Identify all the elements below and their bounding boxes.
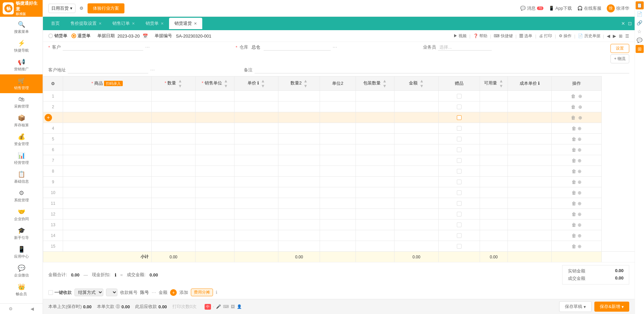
add-row-btn[interactable]: + xyxy=(45,114,52,121)
sidebar-item-enterprise[interactable]: 🤝 企业协同 xyxy=(0,205,43,224)
customer-input[interactable] xyxy=(63,44,143,51)
price-cell-3[interactable] xyxy=(234,112,278,123)
unit-cell-2[interactable] xyxy=(196,102,234,112)
sidebar-item-system[interactable]: ⚙ 系统管理 xyxy=(0,187,43,205)
gift-checkbox-10[interactable] xyxy=(457,190,462,195)
gift-checkbox-4[interactable] xyxy=(457,126,462,131)
calendar-icon[interactable]: 📅 xyxy=(143,34,148,39)
product-cell-2[interactable] xyxy=(63,102,151,112)
add-payment-btn[interactable]: + xyxy=(170,289,177,296)
save-new-btn[interactable]: 保存&新增 ▾ xyxy=(594,302,629,312)
delete-row-2-btn[interactable]: 🗑 xyxy=(570,104,576,110)
view-next-btn[interactable]: ▶ xyxy=(613,34,616,39)
address-input[interactable] xyxy=(68,67,148,73)
copy-row-8-btn[interactable]: ⊕ xyxy=(577,168,582,175)
warehouse-input[interactable] xyxy=(264,44,331,51)
product-cell-3[interactable] xyxy=(63,112,151,123)
sidebar-item-basics[interactable]: 📋 基础信息 xyxy=(0,168,43,187)
calc-method-select[interactable]: 结算方式 xyxy=(74,289,103,296)
right-icon-chat[interactable]: 💬 xyxy=(636,36,644,44)
tab-sale-price[interactable]: 售价提取设置 ✕ xyxy=(65,18,107,29)
unit-cell-1[interactable] xyxy=(196,91,234,102)
account-select-btn[interactable]: ··· xyxy=(152,290,156,296)
sidebar-item-apps[interactable]: 📱 应用中心 xyxy=(0,243,43,262)
copy-row-2-btn[interactable]: ⊕ xyxy=(578,104,583,110)
user-profile-btn[interactable]: 徐 徐泽华 xyxy=(607,4,629,12)
radio-return[interactable]: 退货单 xyxy=(71,33,91,39)
view-grid-btn[interactable]: ⊞ xyxy=(619,34,623,39)
delete-row-3-btn[interactable]: 🗑 xyxy=(570,114,576,121)
copy-row-7-btn[interactable]: ⊕ xyxy=(577,157,582,164)
sidebar-collapse-btn[interactable]: ◀ xyxy=(31,306,34,311)
view-prev-btn[interactable]: ◀ xyxy=(607,34,610,39)
gift-checkbox-7[interactable] xyxy=(457,158,462,163)
gift-cell-1[interactable] xyxy=(438,91,480,102)
tab-close-all-btn[interactable]: ✕ xyxy=(621,21,625,26)
sidebar-item-sales[interactable]: 🛒 销售管理 xyxy=(0,74,43,93)
gift-checkbox-3[interactable] xyxy=(457,115,462,120)
unit-cell-3[interactable] xyxy=(196,112,234,123)
tab-sale-price-close[interactable]: ✕ xyxy=(99,21,102,26)
sidebar-item-guide[interactable]: 🎓 新手引导 xyxy=(0,224,43,243)
copy-row-6-btn[interactable]: ⊕ xyxy=(577,146,582,153)
th-pkg-sort[interactable]: ▲▼ xyxy=(382,78,387,88)
gift-checkbox-14[interactable] xyxy=(457,233,462,238)
amount-cell-3[interactable] xyxy=(394,112,439,123)
customer-select-btn[interactable]: ··· xyxy=(145,44,150,50)
tab-sale-order-close[interactable]: ✕ xyxy=(132,21,135,26)
price-cell-2[interactable] xyxy=(234,102,278,112)
copy-row-11-btn[interactable]: ⊕ xyxy=(577,200,582,207)
delete-row-6-btn[interactable]: 🗑 xyxy=(571,146,577,153)
right-icon-note[interactable]: 📋 xyxy=(636,1,644,9)
right-icon-grid[interactable]: ⊞ xyxy=(636,45,644,53)
pkg-cell-1[interactable] xyxy=(356,91,394,102)
sidebar-item-wechat[interactable]: 💬 企业微信 xyxy=(0,262,43,280)
amount-cell-1[interactable] xyxy=(394,91,439,102)
sidebar-item-inventory[interactable]: 📦 库存核算 xyxy=(0,112,43,130)
unit2-cell-2[interactable] xyxy=(320,102,356,112)
sidebar-item-purchase[interactable]: 🛍 采购管理 xyxy=(0,93,43,112)
gift-checkbox-6[interactable] xyxy=(457,147,462,152)
qty-cell-3[interactable] xyxy=(151,112,196,123)
scan-btn[interactable]: 扫码录入 xyxy=(104,81,123,86)
gift-checkbox-13[interactable] xyxy=(457,223,462,227)
tab-sale-return-close[interactable]: ✕ xyxy=(194,21,197,26)
online-support-btn[interactable]: 🎧 在线客服 xyxy=(577,5,601,11)
delete-row-5-btn[interactable]: 🗑 xyxy=(571,136,577,142)
copy-row-1-btn[interactable]: ⊕ xyxy=(578,93,583,100)
qty2-cell-1[interactable] xyxy=(278,91,320,102)
radio-sale[interactable]: 销货单 xyxy=(48,33,67,39)
right-icon-link[interactable]: 🔗 xyxy=(636,19,644,27)
app-download-btn[interactable]: 📱 App下载 xyxy=(549,5,572,11)
copy-row-5-btn[interactable]: ⊕ xyxy=(577,136,582,142)
operation-btn[interactable]: ⚙ 操作 xyxy=(559,33,572,39)
available-cell-3[interactable] xyxy=(480,112,507,123)
qty2-cell-3[interactable] xyxy=(278,112,320,123)
tab-sale-return[interactable]: 销货退货 ✕ xyxy=(169,18,202,29)
sidebar-item-operations[interactable]: 📊 经营管理 xyxy=(0,149,43,168)
delete-row-11-btn[interactable]: 🗑 xyxy=(571,200,577,207)
th-settings[interactable]: ⚙ xyxy=(43,76,63,91)
available-cell-1[interactable] xyxy=(480,91,507,102)
cost-cell-1[interactable] xyxy=(507,91,552,102)
sidebar-item-search[interactable]: 🔍 搜索菜单 xyxy=(0,18,43,37)
sidebar-item-finance[interactable]: 💰 资金管理 xyxy=(0,130,43,149)
price-cell-1[interactable] xyxy=(234,91,278,102)
sidebar-item-member[interactable]: 👑 畅会员 xyxy=(0,280,43,299)
select-btn[interactable]: ☰ 选单 xyxy=(519,33,532,39)
gift-checkbox-2[interactable] xyxy=(457,105,462,109)
tab-sale-delivery-close[interactable]: ✕ xyxy=(161,21,164,26)
delete-row-13-btn[interactable]: 🗑 xyxy=(571,222,577,228)
right-icon-star[interactable]: ☆ xyxy=(636,27,644,36)
save-draft-btn[interactable]: 保存草稿 ▾ xyxy=(559,301,592,312)
expense-btn[interactable]: 费用分摊 xyxy=(191,289,213,296)
copy-row-13-btn[interactable]: ⊕ xyxy=(577,222,582,228)
gift-cell-3[interactable] xyxy=(438,112,480,123)
sidebar-settings-btn[interactable]: ⚙ xyxy=(9,306,13,311)
product-cell-1[interactable] xyxy=(63,91,151,102)
gift-checkbox-15[interactable] xyxy=(457,244,462,249)
remark-input[interactable] xyxy=(255,67,629,73)
qty2-cell-2[interactable] xyxy=(278,102,320,112)
th-qty-sort[interactable]: ▲▼ xyxy=(178,78,182,88)
gift-checkbox-1[interactable] xyxy=(457,94,462,99)
